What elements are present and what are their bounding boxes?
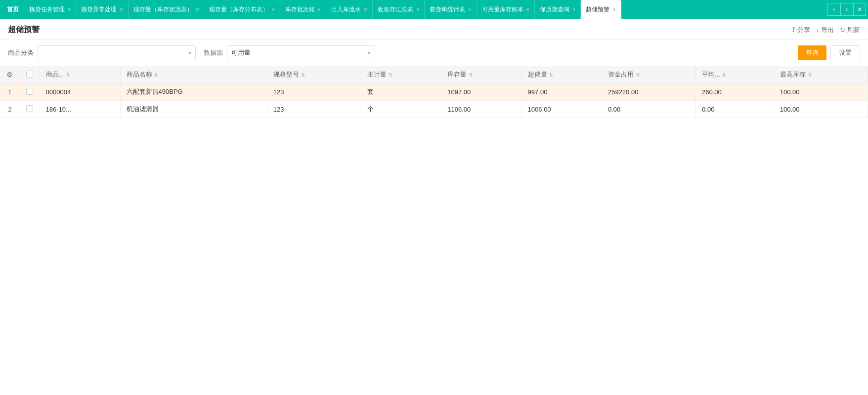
- nav-tab-quality-query-label: 保质期查询: [540, 5, 569, 14]
- nav-tab-in-out-flow[interactable]: 出入库流水 ×: [326, 0, 372, 19]
- share-icon: ⤴: [792, 26, 795, 34]
- table-body: 1 0000004 六配套新昌490BPG 123 套 1097.00 997.…: [0, 83, 868, 118]
- col-header-product-name[interactable]: 商品名称 ⇅: [120, 66, 267, 83]
- nav-tab-recv-send-close[interactable]: ×: [416, 6, 419, 12]
- data-table: ⚙ 商品... ⇅ 商品名称 ⇅: [0, 66, 868, 118]
- row-capital-usage-0: 259220.00: [602, 83, 695, 101]
- nav-tab-recv-send[interactable]: 收发存汇总表 ×: [373, 0, 425, 19]
- col-label-max-stock: 最高库存: [780, 70, 806, 79]
- col-header-overstock-qty[interactable]: 超储量 ⇅: [521, 66, 602, 83]
- nav-tab-batch-ledger-close[interactable]: ×: [318, 6, 321, 12]
- nav-arrows: ‹ › ✕: [827, 3, 866, 16]
- nav-tab-task-mgmt-label: 拣货任务管理: [29, 5, 65, 14]
- col-label-product-name: 商品名称: [127, 70, 152, 79]
- row-checkbox[interactable]: [26, 88, 33, 95]
- row-unit-1: 个: [361, 101, 441, 118]
- row-index-0: 1: [0, 83, 20, 101]
- category-select[interactable]: ▾: [38, 45, 196, 60]
- page-title: 超储预警: [8, 25, 40, 35]
- sort-icon-product-name: ⇅: [154, 72, 158, 78]
- sort-icon-unit: ⇅: [389, 72, 392, 78]
- nav-arrow-close[interactable]: ✕: [853, 3, 866, 16]
- nav-tab-quality-query-close[interactable]: ×: [572, 6, 575, 12]
- header-actions: ⤴ 分享 ↓ 导出 ↻ 刷新: [792, 26, 861, 35]
- settings-button[interactable]: 设置: [830, 45, 860, 60]
- col-label-capital-usage: 资金占用: [608, 70, 634, 79]
- nav-tab-in-out-flow-close[interactable]: ×: [364, 6, 367, 12]
- col-header-stock-qty[interactable]: 库存量 ⇅: [441, 66, 521, 83]
- datasource-select-value: 可用量: [231, 48, 251, 57]
- nav-tab-recv-send-label: 收发存汇总表: [378, 5, 413, 14]
- share-label: 分享: [797, 26, 810, 35]
- sort-icon-product-code: ⇅: [66, 72, 70, 78]
- nav-tab-avail-ledger-label: 可用量库存账本: [482, 5, 523, 14]
- col-header-capital-usage[interactable]: 资金占用 ⇅: [602, 66, 695, 83]
- nav-tab-task-mgmt[interactable]: 拣货任务管理 ×: [24, 0, 76, 19]
- col-label-spec: 规格型号: [273, 70, 299, 79]
- col-label-avg: 平均...: [702, 70, 720, 79]
- row-spec-1: 123: [267, 101, 361, 118]
- category-filter: 商品分类 ▾: [8, 45, 196, 60]
- row-capital-usage-1: 0.00: [602, 101, 695, 118]
- nav-tab-stock-status[interactable]: 现存量（库存状况表） ×: [129, 0, 204, 19]
- nav-tab-abnormal-close[interactable]: ×: [120, 6, 123, 12]
- row-number: 1: [8, 88, 11, 96]
- query-button[interactable]: 查询: [798, 45, 826, 60]
- nav-tab-overstock-warning-close[interactable]: ×: [612, 6, 615, 12]
- header-checkbox[interactable]: [26, 71, 33, 78]
- row-unit-0: 套: [361, 83, 441, 101]
- nav-tab-stock-dist[interactable]: 现存量（库存分布表） ×: [204, 0, 280, 19]
- row-number: 2: [8, 106, 11, 113]
- datasource-filter: 数据源 可用量 ▾: [204, 45, 375, 60]
- nav-tab-order-stat[interactable]: 要货单统计表 ×: [425, 0, 477, 19]
- export-icon: ↓: [816, 26, 820, 34]
- sort-icon-capital-usage: ⇅: [636, 72, 640, 78]
- refresh-button[interactable]: ↻ 刷新: [840, 26, 860, 35]
- col-header-max-stock[interactable]: 最高库存 ⇅: [774, 66, 868, 83]
- refresh-icon: ↻: [840, 26, 845, 34]
- row-stock-qty-1: 1106.00: [441, 101, 521, 118]
- nav-tab-abnormal[interactable]: 拣货异常处理 ×: [76, 0, 128, 19]
- row-checkbox-1[interactable]: [20, 101, 40, 118]
- gear-icon[interactable]: ⚙: [6, 71, 13, 79]
- nav-arrow-left[interactable]: ‹: [827, 3, 840, 16]
- nav-tab-quality-query[interactable]: 保质期查询 ×: [535, 0, 581, 19]
- col-header-avg[interactable]: 平均... ⇅: [696, 66, 774, 83]
- row-overstock-qty-0: 997.00: [521, 83, 602, 101]
- export-button[interactable]: ↓ 导出: [816, 26, 834, 35]
- nav-tab-abnormal-label: 拣货异常处理: [81, 5, 117, 14]
- sort-icon-spec: ⇅: [301, 72, 305, 78]
- col-header-unit[interactable]: 主计量 ⇅: [361, 66, 441, 83]
- page-content: 超储预警 ⤴ 分享 ↓ 导出 ↻ 刷新 商品分类 ▾ 数据源: [0, 19, 868, 395]
- nav-tab-overstock-warning[interactable]: 超储预警 ×: [581, 0, 621, 19]
- nav-tab-stock-dist-close[interactable]: ×: [271, 6, 274, 12]
- col-header-spec[interactable]: 规格型号 ⇅: [267, 66, 361, 83]
- row-checkbox[interactable]: [26, 105, 33, 112]
- nav-tab-task-mgmt-close[interactable]: ×: [68, 6, 71, 12]
- col-label-stock-qty: 库存量: [447, 70, 467, 79]
- sort-icon-stock-qty: ⇅: [469, 72, 473, 78]
- nav-tab-batch-ledger[interactable]: 库存批次账 ×: [280, 0, 326, 19]
- nav-tab-order-stat-close[interactable]: ×: [468, 6, 471, 12]
- table-header-row: ⚙ 商品... ⇅ 商品名称 ⇅: [0, 66, 868, 83]
- nav-tab-home-label: 首页: [7, 5, 19, 14]
- col-label-overstock-qty: 超储量: [528, 70, 547, 79]
- nav-tab-avail-ledger[interactable]: 可用量库存账本 ×: [477, 0, 535, 19]
- share-button[interactable]: ⤴ 分享: [792, 26, 810, 35]
- nav-arrow-right[interactable]: ›: [840, 3, 853, 16]
- row-stock-qty-0: 1097.00: [441, 83, 521, 101]
- nav-tab-batch-ledger-label: 库存批次账: [285, 5, 315, 14]
- col-label-unit: 主计量: [367, 70, 387, 79]
- nav-tab-stock-status-close[interactable]: ×: [196, 6, 199, 12]
- datasource-select[interactable]: 可用量 ▾: [227, 45, 375, 60]
- table-row: 2 186-10... 机油滤清器 123 个 1106.00 1006.00 …: [0, 101, 868, 118]
- col-header-settings[interactable]: ⚙: [0, 66, 20, 83]
- table-row: 1 0000004 六配套新昌490BPG 123 套 1097.00 997.…: [0, 83, 868, 101]
- nav-tab-home[interactable]: 首页: [2, 0, 24, 19]
- row-overstock-qty-1: 1006.00: [521, 101, 602, 118]
- row-product-code-1: 186-10...: [40, 101, 120, 118]
- col-header-product-code[interactable]: 商品... ⇅: [40, 66, 120, 83]
- nav-tab-stock-dist-label: 现存量（库存分布表）: [209, 5, 268, 14]
- row-checkbox-0[interactable]: [20, 83, 40, 101]
- nav-tab-avail-ledger-close[interactable]: ×: [526, 6, 529, 12]
